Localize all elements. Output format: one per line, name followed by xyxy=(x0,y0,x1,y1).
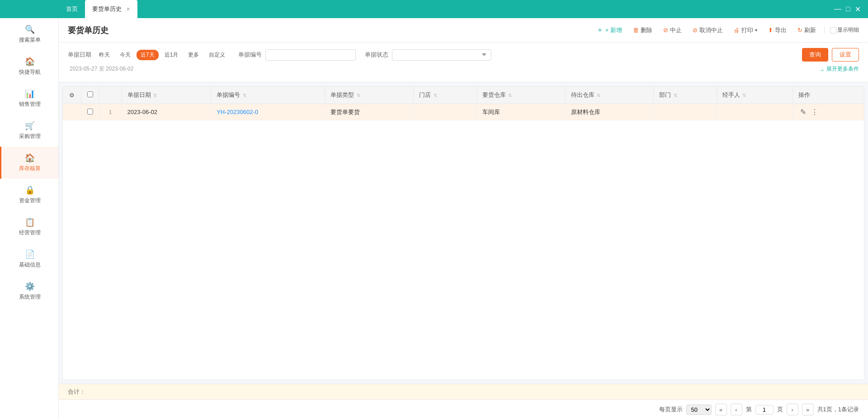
row-date: 2023-06-02 xyxy=(122,104,211,120)
date-btn-today[interactable]: 今天 xyxy=(116,50,135,60)
sort-docno-icon: ⇅ xyxy=(243,93,246,98)
tab-requisition-history[interactable]: 要货单历史 ✕ xyxy=(85,0,137,18)
display-detail-checkbox[interactable] xyxy=(830,27,836,33)
sidebar-item-purchase-mgmt[interactable]: 🛒 采购管理 xyxy=(0,114,58,147)
main-content: 要货单历史 ＋ + 新增 🗑 删除 ⊘ 中止 ⊘ 取消中止 xyxy=(59,18,868,419)
settings-button[interactable]: 设置 xyxy=(832,48,859,62)
new-button[interactable]: ＋ + 新增 xyxy=(594,24,625,37)
doc-status-filter-group: 单据状态 xyxy=(365,49,491,61)
col-pending-warehouse[interactable]: 待出仓库 ⇅ xyxy=(565,86,654,104)
summary-label: 合计： xyxy=(68,388,85,396)
first-page-button[interactable]: « xyxy=(715,404,727,415)
refresh-icon: ↻ xyxy=(797,27,802,33)
page-jump-label: 第 xyxy=(746,405,752,414)
cancel-suspend-button[interactable]: ⊘ 取消中止 xyxy=(690,24,726,36)
export-button[interactable]: ⬆ 导出 xyxy=(765,24,789,36)
sort-dept-icon: ⇅ xyxy=(674,93,677,98)
date-btn-1month[interactable]: 近1月 xyxy=(160,50,183,60)
doc-no-filter-group: 单据编号 xyxy=(238,49,356,61)
display-detail-button[interactable]: 显示明细 xyxy=(830,26,859,34)
row-doc-no[interactable]: YH-20230602-0 xyxy=(211,104,325,120)
close-tab-icon[interactable]: ✕ xyxy=(126,6,130,12)
row-num: 1 xyxy=(99,104,122,120)
close-icon[interactable]: ✕ xyxy=(855,5,861,14)
row-handler xyxy=(717,104,793,120)
delete-button[interactable]: 🗑 删除 xyxy=(630,24,655,36)
col-doc-type[interactable]: 单据类型 ⇅ xyxy=(325,86,414,104)
date-btn-yesterday[interactable]: 昨天 xyxy=(95,50,114,60)
page-size-select[interactable]: 50 10 20 100 xyxy=(686,405,712,415)
query-button[interactable]: 查询 xyxy=(802,48,828,62)
print-icon: 🖨 xyxy=(734,27,740,33)
col-handler[interactable]: 经手人 ⇅ xyxy=(717,86,793,104)
edit-action-icon[interactable]: ✎ xyxy=(798,107,808,117)
tab-home[interactable]: 首页 xyxy=(59,0,85,18)
expand-more-icon: ⌄ xyxy=(820,66,825,72)
refresh-button[interactable]: ↻ 刷新 xyxy=(795,24,819,36)
col-dept[interactable]: 部门 ⇅ xyxy=(654,86,717,104)
row-req-warehouse: 车间库 xyxy=(476,104,565,120)
sidebar-item-basic-info[interactable]: 📄 基础信息 xyxy=(0,243,58,275)
col-doc-no[interactable]: 单据编号 ⇅ xyxy=(211,86,325,104)
date-filter-group: 单据日期 昨天 今天 近7天 近1月 更多 自定义 xyxy=(68,50,229,60)
sidebar-item-finance-mgmt[interactable]: 🔒 资金管理 xyxy=(0,179,58,211)
sales-mgmt-icon: 📊 xyxy=(25,89,35,99)
doc-no-link[interactable]: YH-20230602-0 xyxy=(217,109,258,115)
filter-area: 单据日期 昨天 今天 近7天 近1月 更多 自定义 单据编号 xyxy=(59,43,868,82)
new-icon: ＋ xyxy=(596,25,604,35)
delete-icon: 🗑 xyxy=(633,27,639,33)
date-btn-7days[interactable]: 近7天 xyxy=(137,50,159,60)
page-size-label: 每页显示 xyxy=(659,405,683,414)
sidebar: 🔍 搜索菜单 🏠 快捷导航 📊 销售管理 🛒 采购管理 🏠 库存核算 🔒 资金管… xyxy=(0,18,59,419)
maximize-icon[interactable]: □ xyxy=(846,5,850,13)
col-store[interactable]: 门店 ⇅ xyxy=(414,86,477,104)
date-btn-custom[interactable]: 自定义 xyxy=(205,50,229,60)
toolbar: ＋ + 新增 🗑 删除 ⊘ 中止 ⊘ 取消中止 🖨 打印 xyxy=(594,24,859,37)
inventory-icon: 🏠 xyxy=(25,153,35,163)
select-all-checkbox[interactable] xyxy=(87,91,93,97)
minimize-icon[interactable]: — xyxy=(834,5,841,13)
sort-handler-icon: ⇅ xyxy=(742,93,746,98)
sidebar-item-ops-mgmt[interactable]: 📋 经营管理 xyxy=(0,211,58,243)
row-checkbox[interactable] xyxy=(87,109,93,114)
date-btn-more[interactable]: 更多 xyxy=(184,50,203,60)
col-req-warehouse[interactable]: 要货仓库 ⇅ xyxy=(476,86,565,104)
sort-date-icon: ⇅ xyxy=(153,93,157,98)
col-date[interactable]: 单据日期 ⇅ xyxy=(122,86,211,104)
date-filter-buttons: 昨天 今天 近7天 近1月 更多 自定义 xyxy=(95,50,229,60)
row-store xyxy=(414,104,477,120)
col-settings[interactable]: ⚙ xyxy=(63,86,81,104)
sidebar-item-search-menu[interactable]: 🔍 搜索菜单 xyxy=(0,18,58,50)
window-controls: — □ ✕ xyxy=(834,5,868,14)
table-row: 1 2023-06-02 YH-20230602-0 要货单要货 车间库 原材料… xyxy=(63,104,864,120)
last-page-button[interactable]: » xyxy=(802,404,814,415)
expand-more-button[interactable]: ⌄ 展开更多条件 xyxy=(820,65,859,73)
doc-no-input[interactable] xyxy=(265,49,356,61)
sidebar-item-quick-nav[interactable]: 🏠 快捷导航 xyxy=(0,50,58,82)
page-number-input[interactable] xyxy=(755,405,774,414)
print-dropdown-icon: ▾ xyxy=(755,28,757,33)
prev-page-button[interactable]: ‹ xyxy=(731,404,742,415)
page-unit-label: 页 xyxy=(777,405,783,414)
date-range-text: 2023-05-27 至 2023-06-02 xyxy=(70,66,133,72)
print-button[interactable]: 🖨 打印 ▾ xyxy=(731,24,760,36)
system-mgmt-icon: ⚙️ xyxy=(25,281,35,291)
filter-row-2: 2023-05-27 至 2023-06-02 ⌄ 展开更多条件 xyxy=(68,65,859,73)
search-menu-icon: 🔍 xyxy=(25,24,35,34)
doc-status-select[interactable] xyxy=(392,49,491,61)
date-filter-label: 单据日期 xyxy=(68,51,91,59)
sort-reqwh-icon: ⇅ xyxy=(508,93,512,98)
pagination-bar: 每页显示 50 10 20 100 « ‹ 第 页 › » 共1页，1条记录 xyxy=(59,400,868,419)
row-settings xyxy=(63,104,81,120)
next-page-button[interactable]: › xyxy=(787,404,798,415)
sidebar-item-system-mgmt[interactable]: ⚙️ 系统管理 xyxy=(0,275,58,307)
row-checkbox-cell[interactable] xyxy=(81,104,99,120)
row-dept xyxy=(654,104,717,120)
total-label: 共1页，1条记录 xyxy=(817,405,859,414)
suspend-button[interactable]: ⊘ 中止 xyxy=(660,24,684,36)
sidebar-item-sales-mgmt[interactable]: 📊 销售管理 xyxy=(0,82,58,114)
col-checkbox[interactable] xyxy=(81,86,99,104)
sidebar-item-inventory[interactable]: 🏠 库存核算 xyxy=(0,147,58,179)
row-pending-warehouse: 原材料仓库 xyxy=(565,104,654,120)
more-action-icon[interactable]: ⋮ xyxy=(809,107,820,117)
